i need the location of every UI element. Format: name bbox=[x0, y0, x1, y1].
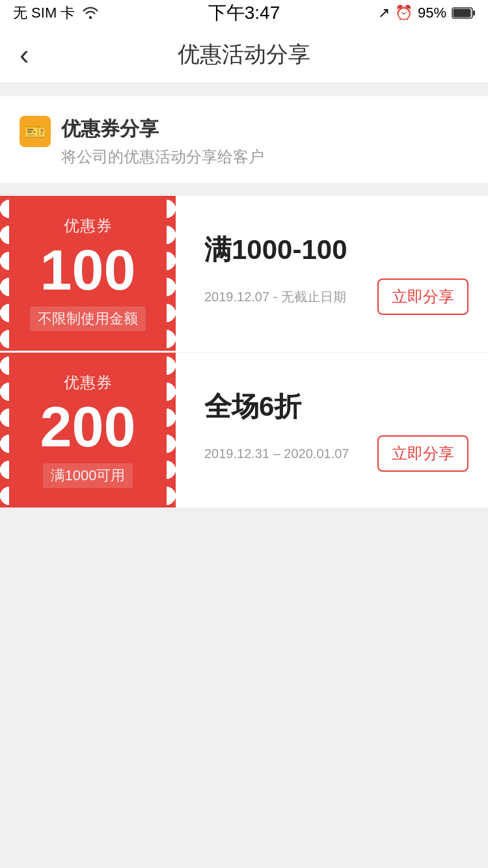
coupon-card-1: 优惠券 100 不限制使用金额 满1000-100 2019.12.07 - 无… bbox=[0, 196, 488, 351]
wifi-icon bbox=[81, 7, 100, 20]
location-icon: ↗ bbox=[378, 5, 390, 21]
status-time: 下午3:47 bbox=[208, 1, 280, 25]
svg-rect-2 bbox=[454, 9, 471, 18]
section-title: 优惠券分享 bbox=[61, 116, 264, 142]
coupon-right-1: 满1000-100 2019.12.07 - 无截止日期 立即分享 bbox=[176, 196, 488, 351]
carrier-text: 无 SIM 卡 bbox=[13, 3, 75, 23]
coupon-title-2: 全场6折 bbox=[204, 388, 468, 425]
coupon-list: 优惠券 100 不限制使用金额 满1000-100 2019.12.07 - 无… bbox=[0, 196, 488, 508]
svg-rect-1 bbox=[473, 10, 475, 16]
coupon-date-2: 2019.12.31 – 2020.01.07 bbox=[204, 446, 371, 461]
nav-title: 优惠活动分享 bbox=[178, 40, 310, 70]
coupon-card-2: 优惠券 200 满1000可用 全场6折 2019.12.31 – 2020.0… bbox=[0, 352, 488, 508]
coupon-date-1: 2019.12.07 - 无截止日期 bbox=[204, 288, 371, 306]
battery-percent: 95% bbox=[418, 5, 446, 21]
coupon-left-1: 优惠券 100 不限制使用金额 bbox=[0, 196, 176, 351]
empty-area bbox=[0, 509, 488, 834]
section-header: 🎫 优惠券分享 将公司的优惠活动分享给客户 bbox=[0, 96, 488, 183]
status-bar: 无 SIM 卡 下午3:47 ↗ ⏰ 95% bbox=[0, 0, 488, 26]
battery-icon bbox=[452, 7, 475, 19]
coupon-amount-1: 100 bbox=[40, 241, 136, 299]
coupon-condition-1: 不限制使用金额 bbox=[30, 306, 146, 331]
section-icon: 🎫 bbox=[20, 116, 51, 147]
back-button[interactable]: ‹ bbox=[20, 40, 29, 69]
coupon-footer-1: 2019.12.07 - 无截止日期 立即分享 bbox=[204, 278, 468, 315]
coupon-left-2: 优惠券 200 满1000可用 bbox=[0, 353, 176, 508]
section-subtitle: 将公司的优惠活动分享给客户 bbox=[61, 146, 264, 167]
coupon-amount-2: 200 bbox=[40, 398, 136, 455]
nav-bar: ‹ 优惠活动分享 bbox=[0, 26, 488, 83]
share-button-1[interactable]: 立即分享 bbox=[377, 278, 468, 315]
share-button-2[interactable]: 立即分享 bbox=[377, 435, 468, 472]
alarm-icon: ⏰ bbox=[395, 5, 413, 21]
status-left: 无 SIM 卡 bbox=[13, 3, 100, 23]
coupon-label-1: 优惠券 bbox=[64, 215, 113, 236]
coupon-label-2: 优惠券 bbox=[64, 372, 113, 393]
coupon-icon: 🎫 bbox=[25, 122, 46, 142]
coupon-condition-2: 满1000可用 bbox=[43, 463, 133, 488]
section-text: 优惠券分享 将公司的优惠活动分享给客户 bbox=[61, 116, 264, 167]
coupon-title-1: 满1000-100 bbox=[204, 232, 468, 268]
back-icon: ‹ bbox=[20, 40, 29, 69]
status-right: ↗ ⏰ 95% bbox=[378, 5, 475, 21]
coupon-right-2: 全场6折 2019.12.31 – 2020.01.07 立即分享 bbox=[176, 353, 488, 508]
coupon-footer-2: 2019.12.31 – 2020.01.07 立即分享 bbox=[204, 435, 468, 472]
